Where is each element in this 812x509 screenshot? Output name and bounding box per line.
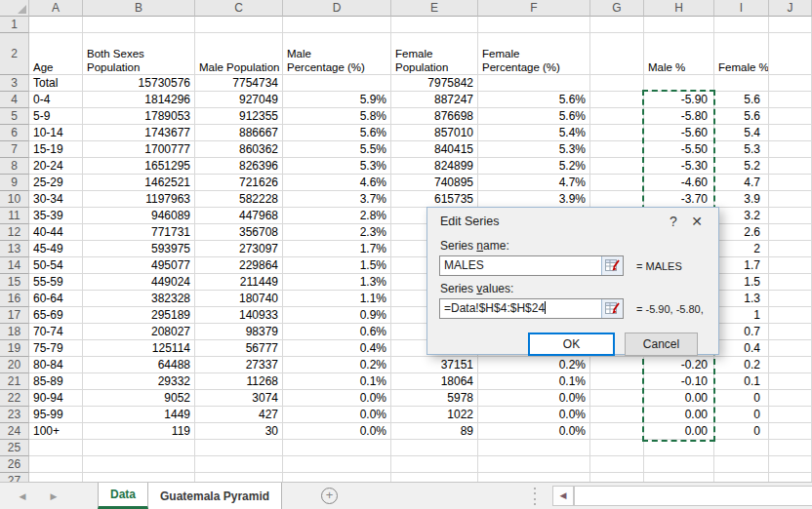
cell-I23[interactable]: 0 [714, 407, 769, 423]
cell-G23[interactable] [590, 407, 644, 423]
cell-F6[interactable]: 5.4% [478, 125, 590, 141]
sheet-tab-data[interactable]: Data [98, 483, 148, 509]
cell-G7[interactable] [590, 141, 644, 158]
row-header-22[interactable]: 22 [0, 390, 29, 407]
cell-D3[interactable] [283, 75, 391, 92]
cell-I19[interactable]: 0.4 [714, 340, 769, 357]
column-header-A[interactable]: A [29, 0, 83, 17]
cell-D4[interactable]: 5.9% [283, 92, 391, 108]
cell-A19[interactable]: 75-79 [29, 340, 83, 357]
cell-C9[interactable]: 721626 [195, 175, 283, 191]
cell-J8[interactable] [769, 158, 812, 175]
scrollbar-splitter-handle[interactable] [531, 488, 539, 505]
cell-E8[interactable]: 824899 [391, 158, 478, 175]
cell-F23[interactable]: 0.0% [478, 407, 590, 423]
cell-D22[interactable]: 0.0% [283, 390, 391, 407]
cell-H4[interactable]: -5.90 [644, 92, 714, 108]
cell-G2[interactable] [590, 33, 644, 75]
cell-G8[interactable] [590, 158, 644, 175]
cell-J13[interactable] [769, 241, 812, 257]
cell-G21[interactable] [590, 373, 644, 390]
cell-I27[interactable] [714, 473, 769, 482]
cell-A24[interactable]: 100+ [29, 423, 83, 440]
range-selector-button[interactable] [601, 299, 623, 318]
cell-H25[interactable] [644, 440, 714, 456]
cell-C22[interactable]: 3074 [195, 390, 283, 407]
cell-D26[interactable] [283, 456, 391, 473]
cell-I10[interactable]: 3.9 [714, 191, 769, 208]
cell-C27[interactable] [195, 473, 283, 482]
cell-I24[interactable]: 0 [714, 423, 769, 440]
cell-F24[interactable]: 0.0% [478, 423, 590, 440]
cell-J26[interactable] [769, 456, 812, 473]
row-header-18[interactable]: 18 [0, 324, 29, 340]
cell-H6[interactable]: -5.60 [644, 125, 714, 141]
cell-E5[interactable]: 876698 [391, 108, 478, 125]
cell-E27[interactable] [391, 473, 478, 482]
cell-B14[interactable]: 495077 [83, 257, 195, 274]
cell-C13[interactable]: 273097 [195, 241, 283, 257]
cell-C12[interactable]: 356708 [195, 224, 283, 241]
row-header-3[interactable]: 3 [0, 75, 29, 92]
cell-G1[interactable] [590, 17, 644, 33]
row-header-5[interactable]: 5 [0, 108, 29, 125]
cell-E10[interactable]: 615735 [391, 191, 478, 208]
cell-E22[interactable]: 5978 [391, 390, 478, 407]
cell-F8[interactable]: 5.2% [478, 158, 590, 175]
cell-E23[interactable]: 1022 [391, 407, 478, 423]
cell-A26[interactable] [29, 456, 83, 473]
tab-scroll-right-icon[interactable]: ▶ [45, 491, 62, 501]
cell-I25[interactable] [714, 440, 769, 456]
add-sheet-button[interactable]: + [321, 483, 338, 509]
cell-H21[interactable]: -0.10 [644, 373, 714, 390]
cell-J16[interactable] [769, 291, 812, 307]
column-header-H[interactable]: H [644, 0, 714, 17]
cell-C18[interactable]: 98379 [195, 324, 283, 340]
cell-J3[interactable] [769, 75, 812, 92]
cell-C5[interactable]: 912355 [195, 108, 283, 125]
cell-C16[interactable]: 180740 [195, 291, 283, 307]
row-header-12[interactable]: 12 [0, 224, 29, 241]
cell-H10[interactable]: -3.70 [644, 191, 714, 208]
cell-D20[interactable]: 0.2% [283, 357, 391, 373]
row-header-15[interactable]: 15 [0, 274, 29, 291]
cell-J27[interactable] [769, 473, 812, 482]
select-all-corner[interactable] [0, 0, 29, 17]
cell-I21[interactable]: 0.1 [714, 373, 769, 390]
cell-H3[interactable] [644, 75, 714, 92]
cell-B2[interactable]: Both Sexes Population [83, 33, 195, 75]
cell-J18[interactable] [769, 324, 812, 340]
cell-J5[interactable] [769, 108, 812, 125]
cell-D27[interactable] [283, 473, 391, 482]
cell-B11[interactable]: 946089 [83, 208, 195, 224]
cell-I13[interactable]: 2 [714, 241, 769, 257]
cell-A25[interactable] [29, 440, 83, 456]
cell-E9[interactable]: 740895 [391, 175, 478, 191]
cell-G25[interactable] [590, 440, 644, 456]
cell-I22[interactable]: 0 [714, 390, 769, 407]
cell-G3[interactable] [590, 75, 644, 92]
cell-D11[interactable]: 2.8% [283, 208, 391, 224]
cell-B9[interactable]: 1462521 [83, 175, 195, 191]
cell-A5[interactable]: 5-9 [29, 108, 83, 125]
tab-scroll-left-icon[interactable]: ◀ [14, 491, 31, 501]
cell-C17[interactable]: 140933 [195, 307, 283, 324]
cell-A6[interactable]: 10-14 [29, 125, 83, 141]
cell-I4[interactable]: 5.6 [714, 92, 769, 108]
row-header-17[interactable]: 17 [0, 307, 29, 324]
cell-B17[interactable]: 295189 [83, 307, 195, 324]
cancel-button[interactable]: Cancel [625, 333, 698, 356]
cell-F2[interactable]: Female Percentage (%) [478, 33, 590, 75]
cell-D9[interactable]: 4.6% [283, 175, 391, 191]
cell-A18[interactable]: 70-74 [29, 324, 83, 340]
cell-A16[interactable]: 60-64 [29, 291, 83, 307]
cell-J21[interactable] [769, 373, 812, 390]
cell-A14[interactable]: 50-54 [29, 257, 83, 274]
cell-G9[interactable] [590, 175, 644, 191]
cell-I2[interactable]: Female % [714, 33, 769, 75]
cell-D25[interactable] [283, 440, 391, 456]
cell-C25[interactable] [195, 440, 283, 456]
hscroll-left-button[interactable]: ◀ [552, 486, 574, 506]
help-button[interactable]: ? [662, 214, 685, 229]
cell-C6[interactable]: 886667 [195, 125, 283, 141]
